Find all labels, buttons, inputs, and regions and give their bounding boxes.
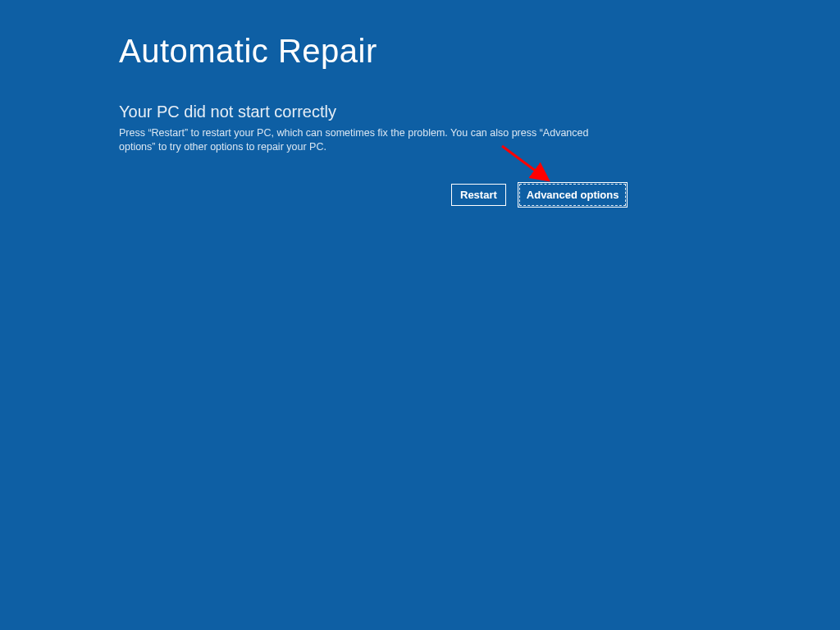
content-area: Automatic Repair Your PC did not start c…: [119, 33, 636, 154]
recovery-screen: Automatic Repair Your PC did not start c…: [0, 0, 840, 630]
action-button-row: Restart Advanced options: [451, 184, 626, 206]
restart-button[interactable]: Restart: [451, 184, 506, 206]
page-subtitle: Your PC did not start correctly: [119, 103, 636, 121]
page-title: Automatic Repair: [119, 33, 636, 70]
advanced-options-button[interactable]: Advanced options: [519, 184, 627, 206]
description-text: Press “Restart” to restart your PC, whic…: [119, 126, 611, 154]
